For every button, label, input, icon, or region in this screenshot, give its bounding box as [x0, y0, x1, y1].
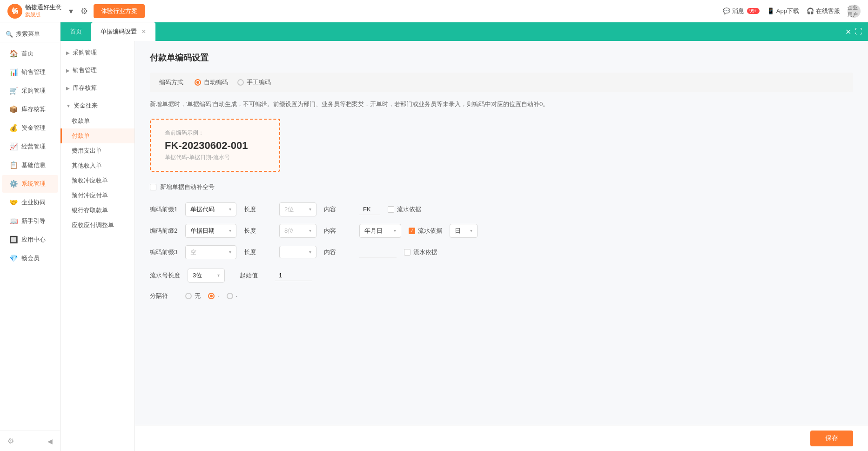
prefix2-select[interactable]: 单据日期 ▾: [185, 224, 236, 238]
length1-select[interactable]: 2位 ▾: [279, 202, 316, 216]
form-rows: 编码前缀1 单据代码 ▾ 长度 2位 ▾ 内容 FK: [150, 202, 853, 259]
auto-fill-row: 新增单据自动补空号: [150, 183, 853, 191]
prefix1-select[interactable]: 单据代码 ▾: [185, 202, 236, 216]
prefix2-row: 编码前缀2 单据日期 ▾ 长度 8位 ▾ 内容: [150, 224, 853, 238]
basic-icon: 📋: [9, 161, 18, 169]
message-action[interactable]: 💬 消息 99+: [723, 7, 760, 15]
purchase-icon: 🛒: [9, 87, 18, 95]
manual-encode-radio[interactable]: 手工编码: [237, 78, 271, 87]
serial2-period-select[interactable]: 日 ▾: [450, 224, 478, 238]
serial-length-select[interactable]: 3位 ▾: [188, 269, 225, 283]
top-bar: 畅 畅捷通好生意 旗舰版 ▾ ⚙ 体验行业方案 💬 消息 99+ 📱 App下载…: [0, 0, 868, 22]
info-text: 新增单据时，'单据编码'自动生成，不可编辑。前缀设置为部门、业务员等档案类，开单…: [150, 100, 853, 109]
sub-menu-item-advance-pay[interactable]: 预付冲应付单: [61, 188, 135, 203]
tab-bar: 首页 单据编码设置 ✕ ✕ ⛶: [61, 22, 868, 41]
serial3-checkbox[interactable]: [404, 249, 410, 256]
app-icon: 📱: [767, 7, 774, 14]
tab-fullscreen-icon[interactable]: ⛶: [855, 27, 862, 36]
logo-area: 畅 畅捷通好生意 旗舰版: [7, 4, 61, 19]
sidebar-item-home[interactable]: 🏠 首页: [2, 45, 58, 62]
sub-menu-header-purchase[interactable]: ▶ 采购管理: [61, 45, 135, 61]
sidebar-item-appstore[interactable]: 🔲 应用中心: [2, 231, 58, 249]
service-action[interactable]: 🎧 在线客服: [807, 7, 840, 15]
length1-arrow: ▾: [309, 207, 311, 212]
sub-menu: ▶ 采购管理 ▶ 销售管理 ▶ 库存核算: [61, 41, 135, 451]
auto-encode-dot: [195, 79, 201, 86]
sep-dot2-option[interactable]: ·: [227, 292, 238, 299]
arrow-purchase: ▶: [66, 50, 70, 55]
sep-none-option[interactable]: 无: [185, 292, 201, 300]
sidebar-item-finance[interactable]: 💰 资金管理: [2, 119, 58, 137]
experience-btn[interactable]: 体验行业方案: [94, 4, 145, 18]
user-avatar[interactable]: 企业用户: [848, 5, 861, 18]
radio-group: 自动编码 手工编码: [195, 78, 271, 87]
serial1-checkbox[interactable]: [388, 206, 394, 213]
encode-method-row: 编码方式 自动编码 手工编码: [150, 73, 853, 92]
tab-bar-actions: ✕ ⛶: [845, 27, 868, 36]
sep-none-dot: [185, 293, 192, 299]
prefix3-arrow: ▾: [229, 249, 231, 255]
sidebar-item-sales[interactable]: 📊 销售管理: [2, 63, 58, 81]
message-badge: 99+: [747, 8, 760, 14]
operation-icon: 📈: [9, 142, 18, 151]
system-icon: ⚙️: [9, 180, 18, 188]
prefix3-select[interactable]: 空 ▾: [185, 245, 236, 259]
sub-menu-item-receipt[interactable]: 收款单: [61, 114, 135, 128]
serial-length-arrow: ▾: [217, 273, 220, 278]
sub-menu-header-sales[interactable]: ▶ 销售管理: [61, 62, 135, 78]
sidebar-bottom: ⚙ ◀: [0, 431, 60, 451]
sub-menu-item-other-income[interactable]: 其他收入单: [61, 158, 135, 173]
app-download-action[interactable]: 📱 App下载: [767, 7, 799, 15]
tab-close-icon[interactable]: ✕: [141, 28, 146, 35]
sub-menu-group-purchase: ▶ 采购管理: [61, 45, 135, 61]
sidebar-item-system[interactable]: ⚙️ 系统管理: [2, 175, 58, 193]
top-bar-right: 💬 消息 99+ 📱 App下载 🎧 在线客服 企业用户: [723, 5, 861, 18]
sub-menu-header-inventory[interactable]: ▶ 库存核算: [61, 80, 135, 96]
serial2-period-arrow: ▾: [470, 228, 472, 233]
content3-value: [359, 247, 397, 258]
tab-close-all-icon[interactable]: ✕: [845, 27, 851, 36]
sidebar-item-basic[interactable]: 📋 基础信息: [2, 156, 58, 174]
dropdown-btn[interactable]: ▾: [67, 4, 75, 18]
length3-select[interactable]: ▾: [279, 246, 316, 258]
sub-menu-item-bank-deposit[interactable]: 银行存取款单: [61, 203, 135, 218]
sidebar-item-vip[interactable]: 💎 畅会员: [2, 249, 58, 267]
settings-icon-btn[interactable]: ⚙: [79, 4, 90, 18]
start-value-input[interactable]: [275, 270, 312, 281]
sidebar-item-operation[interactable]: 📈 经营管理: [2, 138, 58, 155]
sub-menu-group-inventory: ▶ 库存核算: [61, 80, 135, 96]
serial2-checkbox-item: ✓ 流水依据: [409, 227, 442, 235]
main-layout: 🔍 搜索菜单 🏠 首页 📊 销售管理 🛒 采购管理 📦 库存核算 💰 资金管理 …: [0, 22, 868, 451]
sidebar-item-guide[interactable]: 📖 新手引导: [2, 212, 58, 230]
tab-encode-settings[interactable]: 单据编码设置 ✕: [91, 22, 155, 41]
sub-menu-item-advance-collect[interactable]: 预收冲应收单: [61, 173, 135, 188]
sidebar-item-purchase[interactable]: 🛒 采购管理: [2, 82, 58, 100]
tab-home[interactable]: 首页: [61, 22, 91, 41]
sub-menu-header-capital[interactable]: ▼ 资金往来: [61, 98, 135, 114]
length2-select[interactable]: 8位 ▾: [279, 224, 316, 238]
settings-bottom-icon[interactable]: ⚙: [7, 437, 14, 445]
manual-encode-dot: [237, 79, 244, 86]
sub-menu-group-capital: ▼ 资金往来 收款单 付款单 费用支出单 其他收入单: [61, 98, 135, 233]
sidebar-item-enterprise[interactable]: 🤝 企业协同: [2, 194, 58, 211]
sep-dot-option[interactable]: ·: [208, 292, 219, 299]
arrow-capital: ▼: [66, 103, 71, 108]
enterprise-icon: 🤝: [9, 198, 18, 207]
content2-select[interactable]: 年月日 ▾: [359, 224, 401, 238]
auto-encode-radio[interactable]: 自动编码: [195, 78, 228, 87]
preview-code: FK-20230602-001: [165, 140, 265, 152]
sub-menu-item-adjustment[interactable]: 应收应付调整单: [61, 218, 135, 233]
vip-icon: 💎: [9, 254, 18, 263]
collapse-icon[interactable]: ◀: [47, 438, 53, 445]
page-content: 付款单编码设置 编码方式 自动编码 手工编码: [135, 41, 868, 425]
sidebar-item-inventory[interactable]: 📦 库存核算: [2, 101, 58, 118]
sub-menu-item-payment[interactable]: 付款单: [61, 128, 135, 143]
sub-menu-item-expense[interactable]: 费用支出单: [61, 143, 135, 158]
auto-fill-checkbox[interactable]: [150, 184, 156, 190]
save-button[interactable]: 保存: [810, 431, 853, 446]
serial1-checkbox-item: 流水依据: [388, 205, 421, 214]
prefix3-row: 编码前缀3 空 ▾ 长度 ▾ 内容: [150, 245, 853, 259]
sub-layout: ▶ 采购管理 ▶ 销售管理 ▶ 库存核算: [61, 41, 868, 451]
serial2-checkbox[interactable]: ✓: [409, 228, 415, 234]
search-menu[interactable]: 🔍 搜索菜单: [0, 26, 60, 42]
